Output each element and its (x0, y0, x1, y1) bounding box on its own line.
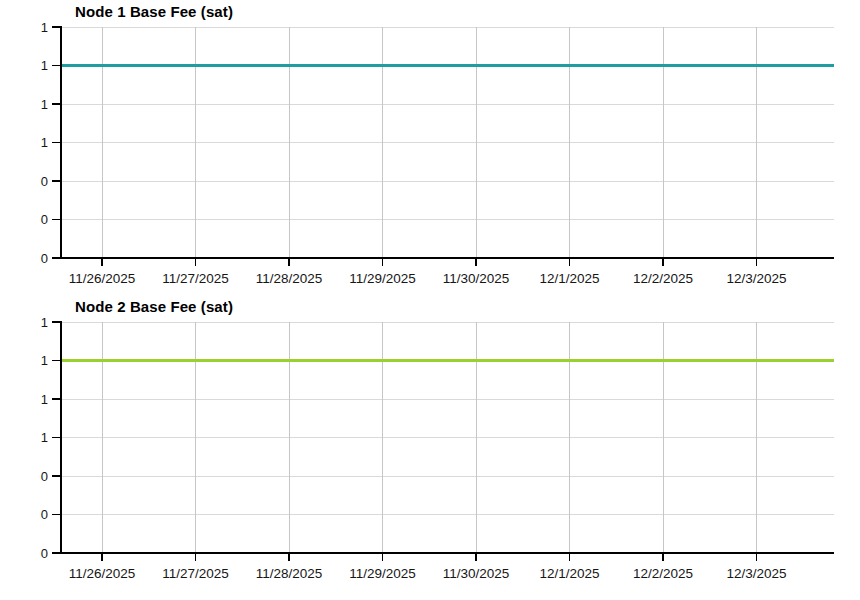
svg-text:1: 1 (41, 58, 48, 73)
svg-text:1: 1 (41, 97, 48, 112)
svg-text:1: 1 (41, 135, 48, 150)
chart-node-1-base-fee: Node 1 Base Fee (sat) 000111111/26/20251… (0, 0, 860, 295)
svg-text:11/28/2025: 11/28/2025 (256, 566, 323, 581)
svg-text:11/26/2025: 11/26/2025 (69, 271, 136, 286)
svg-text:12/2/2025: 12/2/2025 (633, 566, 693, 581)
svg-text:0: 0 (41, 251, 48, 266)
svg-text:11/29/2025: 11/29/2025 (349, 271, 416, 286)
svg-text:12/1/2025: 12/1/2025 (539, 566, 599, 581)
svg-text:0: 0 (41, 469, 48, 484)
svg-text:0: 0 (41, 507, 48, 522)
svg-text:1: 1 (41, 315, 48, 330)
svg-text:12/3/2025: 12/3/2025 (726, 271, 786, 286)
svg-text:11/27/2025: 11/27/2025 (162, 271, 229, 286)
svg-text:1: 1 (41, 353, 48, 368)
svg-text:11/29/2025: 11/29/2025 (349, 566, 416, 581)
svg-text:0: 0 (41, 174, 48, 189)
svg-text:11/27/2025: 11/27/2025 (162, 566, 229, 581)
svg-text:11/26/2025: 11/26/2025 (69, 566, 136, 581)
svg-text:0: 0 (41, 546, 48, 561)
svg-text:12/1/2025: 12/1/2025 (539, 271, 599, 286)
svg-text:1: 1 (41, 20, 48, 35)
chart-2-plot-area: 000111111/26/202511/27/202511/28/202511/… (0, 295, 860, 590)
svg-text:11/28/2025: 11/28/2025 (256, 271, 323, 286)
svg-text:11/30/2025: 11/30/2025 (443, 271, 510, 286)
svg-text:11/30/2025: 11/30/2025 (443, 566, 510, 581)
chart-1-plot-area: 000111111/26/202511/27/202511/28/202511/… (0, 0, 860, 295)
svg-text:0: 0 (41, 212, 48, 227)
svg-text:12/2/2025: 12/2/2025 (633, 271, 693, 286)
svg-text:1: 1 (41, 430, 48, 445)
svg-text:12/3/2025: 12/3/2025 (726, 566, 786, 581)
svg-text:1: 1 (41, 392, 48, 407)
base-fee-charts-page: Node 1 Base Fee (sat) 000111111/26/20251… (0, 0, 860, 600)
chart-node-2-base-fee: Node 2 Base Fee (sat) 000111111/26/20251… (0, 295, 860, 590)
